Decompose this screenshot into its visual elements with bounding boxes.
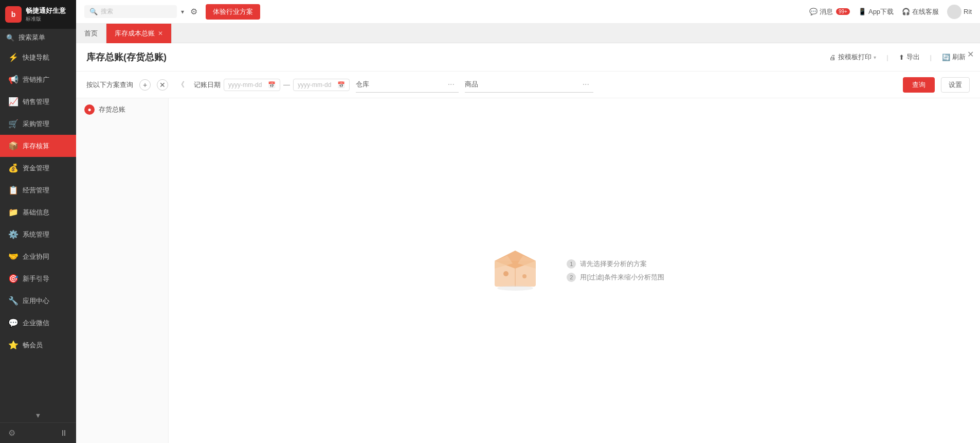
topbar-gear-btn[interactable]: ⚙ [188, 5, 199, 19]
settings-btn[interactable]: 设置 [941, 77, 970, 93]
divider: | [886, 54, 888, 61]
sidebar-scroll-down[interactable]: ▼ [0, 409, 76, 422]
topbar-dropdown-btn[interactable]: ▾ [181, 8, 184, 15]
avatar [947, 5, 961, 19]
date-end-placeholder: yyyy-mm-dd [298, 81, 331, 88]
print-icon: 🖨 [829, 54, 836, 61]
sidebar-item-inventory[interactable]: 📦 库存核算 [0, 135, 76, 157]
sidebar-item-purchase[interactable]: 🛒 采购管理 [0, 113, 76, 135]
sidebar-item-label: 企业微信 [23, 318, 49, 328]
empty-hints: 1 请先选择要分析的方案 2 用[过滤]条件来缩小分析范围 [567, 259, 664, 282]
date-start-placeholder: yyyy-mm-dd [228, 81, 262, 88]
tab-close-btn[interactable]: ✕ [158, 30, 163, 37]
page-title: 库存总账(存货总账) [86, 51, 167, 63]
divider2: | [930, 54, 932, 61]
filter-collapse-btn[interactable]: 《 [174, 79, 188, 91]
sidebar-item-quick-nav[interactable]: ⚡ 快捷导航 [0, 46, 76, 68]
message-action[interactable]: 💬 消息 99+ [809, 7, 850, 16]
empty-hint-2: 2 用[过滤]条件来缩小分析范围 [567, 273, 664, 282]
main-area: 🔍 搜索 ▾ ⚙ 体验行业方案 💬 消息 99+ 📱 App下载 🎧 在线客服 … [76, 0, 980, 443]
refresh-label: 刷新 [952, 52, 966, 62]
tab-inventory-cost[interactable]: 库存成本总账 ✕ [106, 24, 172, 43]
sidebar-item-operation[interactable]: 📋 经营管理 [0, 179, 76, 201]
page-header: 库存总账(存货总账) 🖨 按模板打印 ▾ | ⬆ 导出 | 🔄 刷新 ✕ [76, 43, 980, 72]
industry-btn[interactable]: 体验行业方案 [206, 4, 260, 20]
topbar-search-box[interactable]: 🔍 搜索 [84, 5, 177, 18]
filter-add-btn[interactable]: + [139, 79, 151, 91]
export-btn[interactable]: ⬆ 导出 [895, 50, 924, 64]
scheme-sidebar: ● 存货总账 [76, 98, 169, 443]
collapse-icon[interactable]: ⏸ [60, 429, 68, 438]
marketing-icon: 📢 [8, 75, 17, 84]
purchase-icon: 🛒 [8, 119, 17, 129]
empty-svg [484, 240, 546, 292]
inventory-icon: 📦 [8, 141, 17, 151]
hint-text-1: 请先选择要分析的方案 [580, 259, 647, 269]
print-btn[interactable]: 🖨 按模板打印 ▾ [825, 50, 880, 64]
phone-icon: 📱 [858, 8, 866, 15]
sidebar-item-label: 采购管理 [23, 119, 49, 129]
topbar-search-icon: 🔍 [89, 8, 98, 15]
warehouse-more-btn[interactable]: ··· [444, 79, 459, 90]
basic-icon: 📁 [8, 207, 17, 217]
sidebar-item-basic[interactable]: 📁 基础信息 [0, 201, 76, 223]
goods-filter[interactable]: 商品 ··· [465, 77, 593, 93]
filter-clear-btn[interactable]: ✕ [157, 79, 168, 91]
filter-label: 按以下方案查询 [86, 80, 133, 90]
scheme-item-inventory[interactable]: ● 存货总账 [76, 98, 168, 121]
sidebar-item-label: 营销推广 [23, 75, 49, 84]
hint-num-2: 2 [567, 273, 576, 282]
settings-icon[interactable]: ⚙ [8, 428, 15, 438]
sidebar-item-system[interactable]: ⚙️ 系统管理 [0, 223, 76, 245]
sidebar-item-app-center[interactable]: 🔧 应用中心 [0, 290, 76, 312]
print-label: 按模板打印 [838, 52, 872, 62]
date-separator: — [283, 81, 290, 88]
tabs-bar: 首页 库存成本总账 ✕ [76, 24, 980, 43]
finance-icon: 💰 [8, 163, 17, 173]
date-start-input[interactable]: yyyy-mm-dd 📅 [224, 79, 280, 91]
operation-icon: 📋 [8, 185, 17, 195]
sidebar-item-member[interactable]: ⭐ 畅会员 [0, 334, 76, 356]
warehouse-filter[interactable]: 仓库 ··· [356, 77, 459, 93]
sidebar-search-menu[interactable]: 🔍 搜索菜单 [0, 29, 76, 46]
print-dropdown-icon: ▾ [874, 55, 876, 60]
sidebar-item-sales[interactable]: 📈 销售管理 [0, 91, 76, 113]
scheme-filter-bar: 按以下方案查询 + ✕ 《 记账日期 yyyy-mm-dd 📅 — yyyy-m… [76, 72, 980, 98]
date-filter: 记账日期 yyyy-mm-dd 📅 — yyyy-mm-dd 📅 [194, 79, 350, 91]
sidebar-item-corp[interactable]: 🤝 企业协同 [0, 245, 76, 268]
sidebar-item-marketing[interactable]: 📢 营销推广 [0, 68, 76, 91]
hint-num-1: 1 [567, 259, 576, 269]
user-avatar-action[interactable]: Rit [947, 5, 972, 19]
hint-text-2: 用[过滤]条件来缩小分析范围 [580, 273, 664, 282]
date-filter-label: 记账日期 [194, 80, 221, 90]
system-icon: ⚙️ [8, 229, 17, 239]
corp-icon: 🤝 [8, 252, 17, 261]
sidebar-logo: b 畅捷通好生意 标准版 [0, 0, 76, 29]
sidebar-item-guide[interactable]: 🎯 新手引导 [0, 268, 76, 290]
svg-point-6 [522, 274, 527, 278]
wechat-icon: 💬 [8, 318, 17, 328]
sales-icon: 📈 [8, 97, 17, 107]
search-menu-label: 搜索菜单 [19, 33, 45, 42]
page-header-actions: 🖨 按模板打印 ▾ | ⬆ 导出 | 🔄 刷新 ✕ [825, 50, 970, 64]
sidebar: b 畅捷通好生意 标准版 🔍 搜索菜单 ⚡ 快捷导航 📢 营销推广 📈 销售管理… [0, 0, 76, 443]
refresh-icon: 🔄 [942, 54, 950, 61]
date-end-input[interactable]: yyyy-mm-dd 📅 [293, 79, 350, 91]
sidebar-item-label: 销售管理 [23, 97, 49, 107]
export-label: 导出 [906, 52, 920, 62]
sidebar-item-finance[interactable]: 💰 资金管理 [0, 157, 76, 179]
sidebar-item-label: 经营管理 [23, 186, 49, 195]
export-icon: ⬆ [899, 54, 904, 61]
svg-point-5 [503, 271, 509, 276]
goods-more-btn[interactable]: ··· [578, 79, 593, 90]
sidebar-nav: ⚡ 快捷导航 📢 营销推广 📈 销售管理 🛒 采购管理 📦 库存核算 💰 资金管… [0, 46, 76, 409]
message-label: 消息 [820, 7, 833, 16]
query-btn[interactable]: 查询 [903, 77, 935, 93]
app-name: 畅捷通好生意 [26, 6, 66, 15]
close-panel-btn[interactable]: ✕ [965, 47, 976, 61]
tab-home[interactable]: 首页 [76, 24, 106, 43]
online-service-action[interactable]: 🎧 在线客服 [902, 7, 939, 16]
empty-area: 1 请先选择要分析的方案 2 用[过滤]条件来缩小分析范围 [169, 98, 980, 443]
sidebar-item-wechat[interactable]: 💬 企业微信 [0, 312, 76, 334]
app-download-action[interactable]: 📱 App下载 [858, 7, 894, 16]
